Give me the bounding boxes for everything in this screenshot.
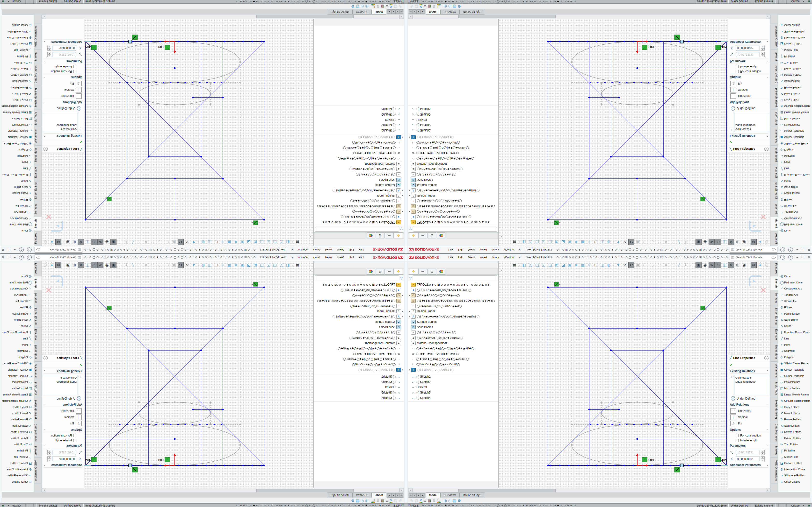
tool-segment[interactable]: ∷Segment (1, 153, 34, 159)
headsup-icon[interactable]: ▣ (567, 262, 573, 268)
headsup-icon[interactable]: ◞ (156, 239, 162, 245)
collapse-icon[interactable]: ⌃ (44, 370, 46, 372)
command-tab-data-migration[interactable]: Data Migration (34, 63, 42, 86)
scroll-right-button[interactable]: ► (766, 488, 770, 492)
camera-check-icon[interactable]: ◎ (444, 5, 447, 8)
search-dropdown-icon[interactable]: ▾ (35, 256, 37, 259)
tree-item[interactable]: ▶◴◯Λ♟◉✚Ƨ⊙Ɛ◯⊙◯Ɛ⊙Ƨ✚◉♟Λ◯ (314, 293, 404, 298)
headsup-icon[interactable]: ▾ (197, 239, 200, 245)
tree-item[interactable]: ◔◯Ƨ♟◉ƧΛƐƧƧ◯⊙◯ƧƧƐΛƧ◉♟Ƨ◯ (408, 199, 498, 204)
tool-fit-spline[interactable]: ∫Fit Spline (778, 447, 811, 454)
displaymanager-tab[interactable] (437, 269, 445, 275)
sheets-icon[interactable]: ▤ (394, 5, 397, 8)
horizontal-icon[interactable]: ─ (76, 408, 82, 413)
tree-item[interactable]: ❖TЯPDL2. ⊙ Ɛ ⊙ Ш ⊙ ⊙ ⊙ ✚ ⊙ ƆC ⊙ Ɛ ⊙ ∙ ⊙ … (408, 220, 498, 225)
tool-stretch-entities[interactable]: ↦Stretch Entities (778, 72, 811, 78)
collapse-icon[interactable]: ⌃ (44, 101, 46, 104)
featuremanager-tab[interactable]: ❖ (394, 269, 403, 275)
headsup-icon[interactable]: ⊞ (71, 262, 77, 268)
tool-polygon[interactable]: ◇Polygon (778, 147, 811, 153)
tree-sketch-item[interactable]: ⌐(-) Sketch2 (314, 379, 404, 385)
tool-perimeter-circle[interactable]: ◯Perimeter Circle (1, 279, 34, 286)
grid-table-icon[interactable]: ▦ (381, 5, 385, 8)
exit-sketch-corner-icon[interactable] (749, 276, 761, 286)
tree-sketch-item[interactable]: ⌐(-) Sketch4 (314, 395, 404, 400)
tool-point[interactable]: ▪Point (778, 342, 811, 348)
command-tab-data-migration[interactable]: Data Migration (34, 421, 42, 444)
tree-item[interactable]: ▶⚷◯ƧƧƐИΛΛ∙◯⊙◯∙ΛΛИƐƧƧ◯ (408, 135, 498, 140)
length-spinner[interactable]: ▲▼ (47, 52, 51, 57)
tool-ellipse[interactable]: ⊙Ellipse (778, 304, 811, 311)
headsup-icon[interactable]: ⊡ (593, 262, 599, 268)
tool-stretch-entities[interactable]: ↦Stretch Entities (778, 429, 811, 435)
tree-item[interactable]: ≑Material <not specified> (314, 340, 404, 346)
headsup-icon[interactable]: ◠ (150, 239, 156, 245)
tool-move-entities[interactable]: ↗Move Entities (1, 410, 34, 416)
tree-item[interactable]: ◧Solid Bodies (314, 325, 404, 330)
menu-tools[interactable]: Tools (489, 255, 501, 260)
panel-flyout-chevron-icon[interactable]: › (310, 235, 311, 239)
menu-insert[interactable]: Insert (477, 255, 489, 260)
tool-centerpoint-arc[interactable]: ◜Centerpoint Arc (1, 286, 34, 292)
axis-icon[interactable]: ∟ (371, 4, 375, 9)
headsup-icon[interactable]: ∟ (689, 239, 695, 245)
selected-point-handle[interactable] (680, 464, 683, 467)
headsup-icon[interactable]: ▣ (239, 262, 245, 268)
collapse-icon[interactable]: ⌃ (766, 429, 768, 431)
minimize-button[interactable]: – (796, 256, 798, 259)
command-tab-evaluate[interactable]: Evaluate (34, 165, 42, 180)
headsup-icon[interactable]: ◫ (722, 262, 728, 268)
command-tab-weldments[interactable]: Weldments (770, 362, 778, 380)
featuremanager-tab[interactable]: ❖ (409, 269, 418, 275)
tree-filter-input[interactable] (413, 227, 497, 231)
panel-flyout-chevron-icon[interactable]: › (310, 268, 311, 272)
tree-item[interactable]: ◪Surface Bodies (408, 319, 498, 325)
tree-filter-input[interactable] (315, 227, 399, 231)
headsup-icon[interactable]: ◰ (272, 239, 278, 245)
tree-item[interactable]: ✐◯Ƨ∙Λ✱♟AΛ◯⊙◯ΛA♟✱Λ∙Ƨ◯ (314, 172, 404, 177)
line-style-icon[interactable]: ≡ (386, 499, 388, 502)
tree-item[interactable]: ▱◯✚ƐƧ⊙♟◯✱◉∥◯⊙◯∥◉✱◯♟⊙ƧƐ✚◯ (408, 356, 498, 362)
appearance-brush-icon[interactable]: ✐ (390, 498, 393, 503)
tool-rotate-entities[interactable]: ↻Rotate Entities (1, 84, 34, 91)
scrollbar-track[interactable] (412, 489, 766, 492)
headsup-icon[interactable]: ⊙ (715, 239, 721, 245)
tool-point[interactable]: ▪Point (1, 159, 34, 165)
tree-sketch-item[interactable]: ⌐(-) Sketch5 (408, 112, 498, 117)
headsup-icon[interactable]: ▣ (567, 239, 573, 245)
tool-convert-entities[interactable]: ◪Convert Entities (778, 41, 811, 47)
relation-item[interactable]: Equal length109 (735, 380, 767, 384)
menu-view[interactable]: View (466, 247, 477, 252)
tool-point[interactable]: ▪Point (778, 159, 811, 165)
headsup-icon[interactable]: ◜ (137, 239, 143, 245)
tab-nav-button[interactable]: |◄ (409, 493, 412, 498)
tree-item[interactable]: ▶A◯ƧΛИ◉⊙✚A✚◉ΛИA◯⊙◯AИΛ◉✚A✚⊙◉ИΛƧ◯ (314, 188, 404, 193)
minimize-button[interactable]: – (14, 248, 16, 251)
folder-check-icon[interactable]: ▤ (453, 499, 456, 502)
pin-menu-icon[interactable]: ➤ (290, 255, 295, 259)
tree-item[interactable]: ▶◴◯Λ♟◉✚Ƨ⊙Ɛ◯⊙◯Ɛ⊙Ƨ✚◉♟Λ◯ (408, 209, 498, 214)
command-tab-mbd-dimensions[interactable]: MBD Dimensions (34, 23, 42, 49)
propertymanager-tab[interactable]: ≔ (385, 233, 394, 238)
headsup-icon[interactable]: ▼ (615, 239, 621, 245)
headsup-icon[interactable]: ▾ (197, 262, 200, 268)
tool-spline[interactable]: ∿Spline (778, 178, 811, 184)
tab-nav-button[interactable]: ◄ (395, 493, 399, 498)
tool-circle[interactable]: ◎Circle (1, 228, 34, 234)
doc-tab-model[interactable]: Model (371, 9, 386, 14)
tool-corner-rectangle[interactable]: ▭Corner Rectangle (778, 128, 811, 134)
tool-extend-entities[interactable]: ⊤Extend Entities (778, 435, 811, 441)
menu-tools[interactable]: Tools (311, 247, 323, 252)
headsup-icon[interactable]: ◉ (104, 239, 110, 245)
headsup-icon[interactable]: ◧ (521, 262, 527, 268)
doc-tab-3d-views[interactable]: 3D Views (353, 493, 371, 498)
headsup-icon[interactable]: ⊙ (715, 262, 721, 268)
tool-silhouette-entities[interactable]: ◑Silhouette Entities (1, 472, 34, 479)
command-tab-mbd-dimensions[interactable]: MBD Dimensions (770, 23, 778, 49)
expand-arrow-icon[interactable]: ▶ (401, 316, 404, 318)
command-tab-sketch[interactable]: Sketch (34, 217, 42, 231)
clock-check-icon[interactable]: ◷ (448, 499, 451, 502)
collapse-icon[interactable]: ⌃ (766, 135, 768, 137)
tree-item[interactable]: ≑Material <not specified> (408, 340, 498, 346)
restore-button[interactable]: ❐ (801, 248, 804, 251)
